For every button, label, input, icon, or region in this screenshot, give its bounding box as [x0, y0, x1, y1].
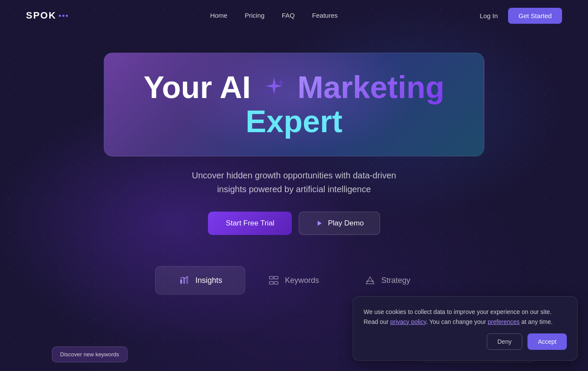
- logo-decoration: [59, 15, 68, 17]
- cookie-text: We use cookies to collect data to improv…: [364, 307, 567, 327]
- cookie-text-3: at any time.: [520, 318, 553, 325]
- privacy-policy-link[interactable]: privacy policy: [390, 318, 426, 325]
- preferences-link[interactable]: preferences: [488, 318, 520, 325]
- tab-keywords[interactable]: Keywords: [245, 266, 342, 295]
- play-demo-button[interactable]: Play Demo: [299, 212, 380, 235]
- hero-buttons: Start Free Trial Play Demo: [208, 212, 380, 235]
- demo-label: Play Demo: [328, 219, 364, 228]
- get-started-button[interactable]: Get Started: [508, 8, 562, 24]
- hero-subtitle: Uncover hidden growth opportunities with…: [192, 168, 396, 196]
- nav-right: Log In Get Started: [480, 8, 562, 24]
- svg-rect-1: [183, 278, 185, 284]
- login-button[interactable]: Log In: [480, 12, 498, 19]
- nav-item-pricing[interactable]: Pricing: [245, 12, 265, 19]
- insights-icon: [178, 274, 190, 286]
- nav-item-faq[interactable]: FAQ: [282, 12, 295, 19]
- tab-strategy[interactable]: Strategy: [342, 266, 433, 295]
- feature-tabs: Insights Keywords Strategy: [155, 266, 433, 295]
- tab-insights[interactable]: Insights: [155, 266, 245, 295]
- svg-rect-4: [274, 276, 278, 279]
- navbar: SPOK Home Pricing FAQ Features Log In Ge…: [0, 0, 588, 31]
- tab-keywords-label: Keywords: [285, 276, 319, 285]
- svg-rect-0: [180, 279, 182, 284]
- accept-button[interactable]: Accept: [527, 333, 567, 350]
- logo-dot-2: [62, 15, 64, 17]
- strategy-icon: [364, 274, 376, 286]
- subtitle-line2: insights powered by artificial intellige…: [217, 184, 371, 194]
- title-part1: Your AI: [144, 70, 251, 105]
- play-icon: [315, 219, 323, 228]
- title-part3: Expert: [246, 104, 342, 139]
- cookie-text-2: . You can change your: [426, 318, 487, 325]
- tab-strategy-label: Strategy: [381, 276, 410, 285]
- sparkle-icon: [263, 76, 285, 98]
- title-part2: Marketing: [297, 70, 444, 105]
- svg-rect-5: [269, 282, 273, 284]
- logo-dot-1: [59, 15, 61, 17]
- hero-title: Your AI Marketing Expert: [126, 70, 462, 139]
- nav-item-features[interactable]: Features: [312, 12, 338, 19]
- nav-links: Home Pricing FAQ Features: [210, 12, 338, 19]
- svg-rect-3: [269, 276, 273, 279]
- logo-text: SPOK: [26, 10, 56, 21]
- hero-section: Your AI Marketing Expert Uncover hidden …: [0, 31, 588, 295]
- keywords-icon: [268, 274, 280, 286]
- deny-button[interactable]: Deny: [487, 333, 523, 350]
- logo: SPOK: [26, 10, 68, 21]
- svg-rect-6: [274, 282, 278, 284]
- cookie-banner: We use cookies to collect data to improv…: [353, 296, 578, 361]
- keyword-bubble: Discover new keywords: [52, 346, 128, 362]
- cookie-buttons: Deny Accept: [364, 333, 567, 350]
- tab-insights-label: Insights: [195, 276, 222, 285]
- nav-item-home[interactable]: Home: [210, 12, 227, 19]
- logo-dot-3: [66, 15, 68, 17]
- svg-marker-7: [366, 277, 374, 284]
- start-free-trial-button[interactable]: Start Free Trial: [208, 212, 292, 235]
- hero-banner: Your AI Marketing Expert: [104, 53, 484, 156]
- subtitle-line1: Uncover hidden growth opportunities with…: [192, 171, 396, 180]
